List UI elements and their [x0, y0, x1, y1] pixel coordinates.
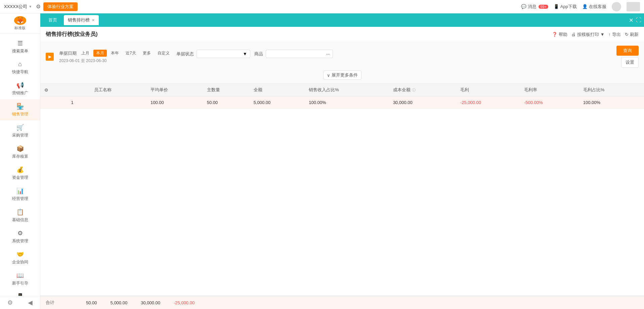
message-badge: 99+	[539, 5, 548, 9]
content-area: 首页 销售排行榜 ✕ ✕ ⛶ 销售排行榜(按业务员) ❓ 帮助	[40, 13, 644, 309]
filter-bar: ▶ 单据日期 上月 本月 本年 近7天	[40, 42, 644, 84]
sidebar-item-sales[interactable]: 🏪 销售管理	[0, 99, 40, 120]
sidebar-item-search-orders[interactable]: ☰ 搜索菜单	[0, 36, 40, 57]
sidebar-item-guide[interactable]: 📖 新手引导	[0, 268, 40, 290]
marketing-label: 营销推广	[12, 90, 28, 96]
sidebar-item-operations[interactable]: 📊 经营管理	[0, 184, 40, 205]
inventory-icon: 📦	[16, 145, 24, 152]
filter-toggle-icon[interactable]: ▶	[46, 53, 54, 61]
date-tab-this-month[interactable]: 本月	[93, 50, 107, 57]
filter-actions: 查询 设置	[616, 46, 639, 68]
tab-bar-right: ✕ ⛶	[629, 17, 641, 23]
expand-more-row: ∨ 展开更多条件	[46, 70, 639, 80]
basic-info-icon: 📋	[16, 208, 24, 216]
bottom-settings-icon[interactable]: ⚙	[7, 299, 13, 306]
app-download-button[interactable]: 📱 App下载	[554, 4, 577, 10]
goods-ellipsis: ···	[326, 51, 330, 56]
export-label: 导出	[612, 32, 621, 38]
purchase-label: 采购管理	[12, 133, 28, 138]
sidebar-item-inventory[interactable]: 📦 库存核算	[0, 142, 40, 163]
cell-gross-rate: -500.00%	[520, 97, 579, 109]
online-support-button[interactable]: 👤 在线客服	[582, 4, 606, 10]
sidebar-item-marketing[interactable]: 📢 营销推广	[0, 78, 40, 99]
sidebar-item-finance[interactable]: 💰 资金管理	[0, 163, 40, 184]
tab-close-button[interactable]: ✕	[629, 17, 633, 23]
cell-index: 1	[67, 97, 90, 109]
sidebar-item-basic-info[interactable]: 📋 基础信息	[0, 205, 40, 226]
sidebar-item-system[interactable]: ⚙ 系统管理	[0, 226, 40, 247]
company-selector[interactable]: XXXXX公司 ▼	[4, 4, 32, 10]
expand-icon: ∨	[327, 73, 330, 78]
top-right-area: 💬 消息 99+ 📱 App下载 👤 在线客服	[521, 2, 640, 11]
top-settings-icon[interactable]: ⚙	[36, 3, 41, 10]
expand-label: 展开更多条件	[332, 72, 358, 78]
basic-info-label: 基础信息	[12, 217, 28, 223]
date-tab-7days[interactable]: 近7天	[123, 50, 139, 57]
logo-text: 标准版	[14, 25, 26, 31]
th-gross-profit: 毛利	[456, 84, 520, 97]
th-gross-ratio: 毛利占比%	[579, 84, 644, 97]
expand-more-button[interactable]: ∨ 展开更多条件	[323, 70, 361, 80]
company-arrow-icon: ▼	[29, 5, 32, 8]
sidebar-item-quick-nav[interactable]: ⌂ 快捷导航	[0, 57, 40, 78]
message-button[interactable]: 💬 消息 99+	[521, 4, 548, 10]
date-tabs: 上月 本月 本年 近7天 更多 自定义	[79, 50, 172, 57]
footer-total-label: 合计	[46, 300, 73, 306]
tab-label: 销售排行榜	[68, 17, 90, 23]
operations-icon: 📊	[16, 187, 24, 195]
tab-home[interactable]: 首页	[43, 15, 62, 25]
enterprise-icon: 🤝	[16, 251, 24, 258]
user-name-area	[627, 2, 640, 11]
avatar[interactable]	[612, 2, 621, 11]
cell-settings	[40, 97, 67, 109]
quick-nav-icon: ⌂	[18, 61, 22, 68]
sidebar-item-app-center[interactable]: 📱 应用中心	[0, 290, 40, 296]
tab-expand-button[interactable]: ⛶	[636, 17, 641, 23]
support-icon: 👤	[582, 4, 588, 9]
tab-close-icon[interactable]: ✕	[92, 18, 95, 22]
th-avg-price: 平均单价	[146, 84, 203, 97]
footer-cell-quantity: 50.00	[86, 300, 97, 305]
sidebar: 🦊 标准版 ☰ 搜索菜单 ⌂ 快捷导航 📢 营销推广 🏪 销售管理 🛒 采	[0, 13, 40, 309]
status-select[interactable]: ▼	[197, 50, 250, 58]
tab-sales-ranking[interactable]: 销售排行榜 ✕	[64, 15, 99, 25]
sidebar-nav: ☰ 搜索菜单 ⌂ 快捷导航 📢 营销推广 🏪 销售管理 🛒 采购管理 📦 库	[0, 34, 40, 296]
date-tab-this-year[interactable]: 本年	[108, 50, 122, 57]
message-icon: 💬	[521, 4, 526, 9]
refresh-label: 刷新	[630, 32, 639, 38]
status-arrow-icon: ▼	[243, 51, 247, 56]
date-tab-last-month[interactable]: 上月	[79, 50, 92, 57]
refresh-button[interactable]: ↻ 刷新	[625, 32, 639, 38]
date-tab-custom[interactable]: 自定义	[155, 50, 172, 57]
collapse-icon[interactable]: ◀	[28, 299, 33, 306]
print-label: 按模板打印	[577, 32, 599, 38]
trial-button[interactable]: 体验行业方案	[43, 2, 78, 11]
help-button[interactable]: ❓ 帮助	[552, 32, 567, 38]
app-center-icon: 📱	[16, 293, 24, 296]
table-container: ⚙ 员工名称 平均单价 主数量 全额 销售收入占比% 成本全额 ⓘ 毛利 毛利率…	[40, 84, 644, 296]
goods-input[interactable]: ···	[266, 50, 333, 58]
query-button[interactable]: 查询	[616, 46, 639, 56]
sidebar-item-purchase[interactable]: 🛒 采购管理	[0, 120, 40, 142]
finance-icon: 💰	[16, 166, 24, 173]
export-icon: ↑	[609, 32, 611, 37]
page-actions: ❓ 帮助 🖨 按模板打印 ▼ ↑ 导出 ↻ 刷新	[552, 32, 639, 38]
main-layout: 🦊 标准版 ☰ 搜索菜单 ⌂ 快捷导航 📢 营销推广 🏪 销售管理 🛒 采	[0, 13, 644, 309]
th-quantity: 主数量	[203, 84, 250, 97]
system-label: 系统管理	[12, 238, 28, 244]
sidebar-item-enterprise[interactable]: 🤝 企业协同	[0, 247, 40, 268]
purchase-icon: 🛒	[16, 124, 24, 131]
search-orders-icon: ☰	[17, 40, 23, 47]
th-settings[interactable]: ⚙	[40, 84, 67, 97]
export-button[interactable]: ↑ 导出	[609, 32, 621, 38]
settings-button[interactable]: 设置	[621, 57, 639, 68]
date-tab-more[interactable]: 更多	[140, 50, 154, 57]
cell-sales-ratio: 100.00%	[305, 97, 389, 109]
th-cost-amount: 成本全额 ⓘ	[389, 84, 456, 97]
cell-amount: 5,000.00	[250, 97, 305, 109]
guide-label: 新手引导	[12, 280, 28, 286]
arrow-icon: ▶	[48, 54, 51, 59]
print-button[interactable]: 🖨 按模板打印 ▼	[571, 32, 605, 38]
goods-label: 商品	[254, 51, 263, 57]
footer-cost-value: 30,000.00	[141, 300, 160, 305]
